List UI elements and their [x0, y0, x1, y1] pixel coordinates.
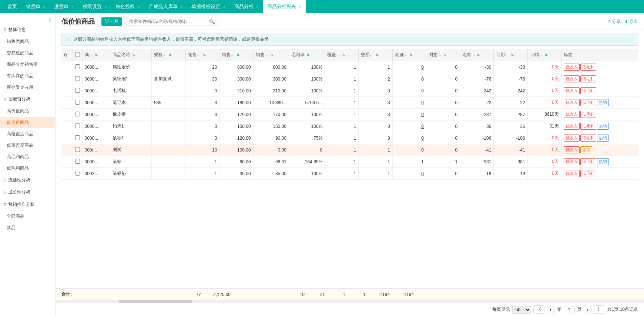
close-icon[interactable]: ×: [181, 5, 183, 9]
sidebar-item-stock-capital[interactable]: 库存资金占用: [0, 82, 55, 93]
browse-link[interactable]: 0: [421, 171, 424, 176]
row-check[interactable]: [75, 64, 80, 69]
row-settings[interactable]: [61, 85, 73, 97]
col-checkbox[interactable]: [73, 49, 82, 61]
time-filter-button[interactable]: 近一月: [101, 17, 122, 26]
row-check[interactable]: [75, 100, 80, 105]
browse-link[interactable]: 1: [421, 159, 424, 164]
select-all-checkbox[interactable]: [75, 52, 80, 57]
row-checkbox[interactable]: [73, 73, 82, 85]
sidebar-item-low-profit[interactable]: 低毛利商品: [0, 163, 55, 174]
sidebar-item-high-value[interactable]: 高价值商品: [0, 105, 55, 117]
row-check[interactable]: [75, 159, 80, 164]
close-icon[interactable]: ×: [223, 5, 225, 9]
row-settings[interactable]: [61, 132, 73, 144]
nav-template-settings[interactable]: 单据模板设置 ×: [187, 0, 229, 13]
scrollbar-thumb[interactable]: [118, 300, 192, 303]
row-settings[interactable]: [61, 156, 73, 168]
row-checkbox[interactable]: [73, 85, 82, 97]
row-checkbox[interactable]: [73, 156, 82, 168]
col-gross-rate[interactable]: 毛利率 ⇅: [289, 49, 325, 61]
export-button[interactable]: ⬇ 导出: [624, 18, 638, 25]
horizontal-scrollbar[interactable]: [56, 300, 644, 303]
col-browse1[interactable]: 浏览... ⇅: [392, 49, 426, 61]
col-current-stock[interactable]: 现有... ⇅: [460, 49, 494, 61]
sidebar-section-overall[interactable]: ▽ 整体信息: [0, 24, 55, 36]
row-checkbox[interactable]: [73, 61, 82, 73]
row-check[interactable]: [75, 135, 80, 140]
sidebar-collapse-btn[interactable]: 《: [45, 16, 53, 24]
per-page-select[interactable]: 50 100 200: [512, 306, 531, 314]
row-settings[interactable]: [61, 144, 73, 156]
search-input[interactable]: [129, 19, 209, 24]
col-trade[interactable]: 交易... ⇅: [359, 49, 392, 61]
row-checkbox[interactable]: [73, 144, 82, 156]
browse-link[interactable]: 0: [421, 124, 424, 129]
row-settings[interactable]: [61, 97, 73, 109]
share-button[interactable]: ↗ 分享: [607, 18, 621, 25]
col-spec[interactable]: 规格... ⇅: [152, 49, 186, 61]
close-icon[interactable]: ×: [256, 5, 258, 9]
sidebar-item-all-goods[interactable]: 全部商品: [0, 211, 55, 222]
nav-sales-order[interactable]: 销货单 ×: [21, 0, 50, 13]
sidebar-item-stock-goods[interactable]: 有库存的商品: [0, 70, 55, 82]
sidebar-section-marketing[interactable]: ▽ 营销推广分析: [0, 198, 55, 211]
sidebar-section-growth[interactable]: ▷ 成长性分析: [0, 186, 55, 198]
row-check[interactable]: [75, 88, 80, 93]
nav-permission[interactable]: 权限设置 ×: [78, 0, 111, 13]
col-saleable[interactable]: 可销... ⇅: [527, 49, 561, 61]
close-icon[interactable]: ×: [43, 5, 46, 9]
page-number-input[interactable]: [564, 306, 575, 313]
col-code[interactable]: 商... ⇅: [82, 49, 110, 61]
sidebar-item-high-profit[interactable]: 高毛利商品: [0, 151, 55, 163]
prev-page-btn[interactable]: ‹: [547, 306, 555, 313]
nav-product-analysis-list[interactable]: 商品分析列表 ×: [263, 0, 305, 13]
close-icon[interactable]: ×: [105, 5, 107, 9]
row-check[interactable]: [75, 123, 80, 128]
row-checkbox[interactable]: [73, 109, 82, 120]
close-icon[interactable]: ×: [71, 5, 74, 9]
row-settings[interactable]: [61, 120, 73, 132]
sidebar-section-circulation[interactable]: ▷ 流通性分析: [0, 174, 55, 186]
col-browse2[interactable]: 浏览... ⇅: [426, 49, 460, 61]
browse-link[interactable]: 0: [421, 65, 424, 70]
row-check[interactable]: [75, 76, 80, 81]
browse-link[interactable]: 0: [421, 112, 424, 117]
sidebar-item-traded-goods[interactable]: 交易过的商品: [0, 47, 55, 59]
nav-role-auth[interactable]: 角色授权 ×: [111, 0, 144, 13]
row-settings[interactable]: [61, 73, 73, 85]
sidebar-item-category-sales-rate[interactable]: 商品分类销售率: [0, 59, 55, 70]
browse-link[interactable]: 0: [421, 88, 424, 94]
sidebar-item-new-goods[interactable]: 新品: [0, 222, 55, 234]
nav-product-inbound[interactable]: 产成品入库单 ×: [144, 0, 187, 13]
sidebar-item-low-coverage[interactable]: 低覆盖度商品: [0, 140, 55, 151]
nav-product-analysis[interactable]: 商品分析 ×: [230, 0, 263, 13]
sidebar-item-high-coverage[interactable]: 高覆盖度商品: [0, 128, 55, 140]
row-check[interactable]: [75, 112, 80, 116]
last-page-btn[interactable]: 》: [594, 305, 605, 314]
col-name[interactable]: 商品名称 ⇅: [110, 49, 151, 61]
row-settings[interactable]: [61, 61, 73, 73]
sidebar-item-low-value[interactable]: 低价值商品: [0, 117, 55, 128]
browse-link[interactable]: 0: [421, 147, 424, 153]
close-icon[interactable]: ×: [299, 5, 301, 9]
row-checkbox[interactable]: [73, 120, 82, 132]
sidebar-section-contribution[interactable]: ▽ 贡献值分析: [0, 93, 55, 105]
first-page-btn[interactable]: 《: [533, 305, 544, 314]
row-checkbox[interactable]: [73, 168, 82, 180]
row-checkbox[interactable]: [73, 132, 82, 144]
sidebar-item-sales-goods[interactable]: 销售类商品: [0, 36, 55, 47]
row-check[interactable]: [75, 147, 80, 152]
col-sales-amt[interactable]: 销售... ⇅: [219, 49, 253, 61]
col-sales-qty[interactable]: 销售... ⇅: [186, 49, 219, 61]
row-checkbox[interactable]: [73, 97, 82, 109]
next-page-btn[interactable]: ›: [584, 306, 592, 313]
col-available[interactable]: 可用... ⇅: [494, 49, 527, 61]
nav-home[interactable]: 首页: [3, 0, 21, 13]
col-settings[interactable]: ⚙: [61, 49, 73, 61]
row-settings[interactable]: [61, 168, 73, 180]
col-sales-cost[interactable]: 销售... ⇅: [253, 49, 289, 61]
browse-link[interactable]: 0: [421, 100, 424, 105]
browse-link[interactable]: 0: [421, 77, 424, 82]
search-icon[interactable]: 🔍: [209, 18, 215, 24]
